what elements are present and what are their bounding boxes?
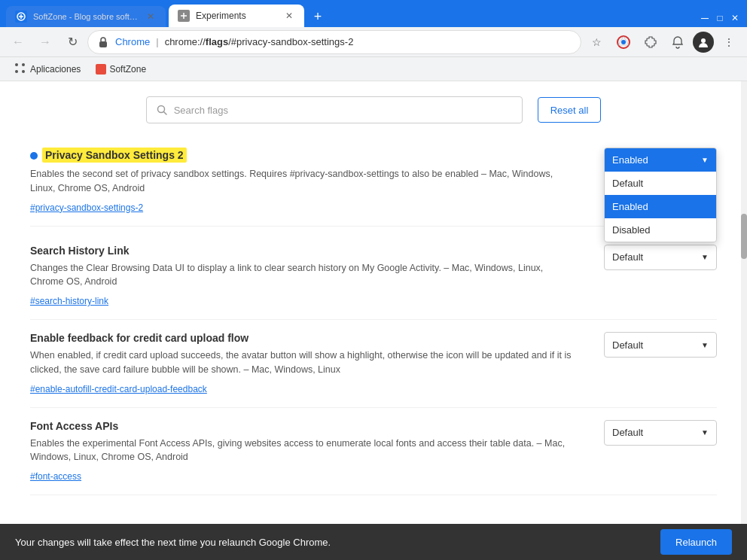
dropdown-header[interactable]: Enabled ▼: [605, 148, 716, 172]
dropdown-arrow-search-history: ▼: [701, 253, 709, 261]
dropdown-option-enabled[interactable]: Enabled: [605, 195, 716, 218]
flag-link-font-access[interactable]: #font-access: [30, 471, 81, 482]
dropdown-search-history[interactable]: Default ▼: [604, 245, 717, 270]
flag-title-text-search-history: Search History Link: [30, 245, 130, 257]
apps-bookmark[interactable]: Aplicaciones: [9, 60, 87, 78]
tab-softzone-close[interactable]: ✕: [145, 11, 157, 23]
chrome-icon[interactable]: [611, 30, 636, 54]
flag-item-font-access: Font Access APIs Enables the experimenta…: [30, 408, 717, 496]
omnibar: ← → ↻ Chrome | chrome://flags/#privacy-s…: [0, 27, 747, 57]
flag-title-privacy-sandbox: Privacy Sandbox Settings 2: [30, 148, 574, 163]
flag-desc-privacy-sandbox: Enables the second set of privacy sandbo…: [30, 167, 574, 196]
dropdown-arrow-credit-card: ▼: [701, 341, 709, 349]
page-content: Search flags Reset all Privacy Sandbox S…: [0, 81, 747, 524]
flag-enabled-dot: [30, 152, 38, 160]
address-url: chrome://flags/#privacy-sandbox-settings…: [165, 36, 354, 47]
dropdown-arrow-font-access: ▼: [701, 428, 709, 437]
flag-title-text-font-access: Font Access APIs: [30, 420, 118, 432]
tab-softzone[interactable]: SoftZone - Blog sobre software, ✕: [6, 6, 166, 27]
bottom-message: Your changes will take effect the next t…: [15, 537, 648, 548]
dropdown-open-privacy-sandbox[interactable]: Enabled ▼ Default Enabled Disabled: [604, 148, 717, 242]
softzone-label: SoftZone: [109, 64, 146, 75]
flag-item-privacy-sandbox: Privacy Sandbox Settings 2 Enables the s…: [30, 135, 717, 227]
tab-experiments[interactable]: Experiments ✕: [169, 5, 304, 27]
bottom-notification-bar: Your changes will take effect the next t…: [0, 524, 747, 560]
tab-favicon-experiments: [178, 10, 190, 22]
reset-all-button[interactable]: Reset all: [538, 97, 602, 123]
flag-control-search-history: Default ▼: [604, 245, 717, 270]
dropdown-value-credit-card: Default: [612, 339, 643, 351]
titlebar: SoftZone - Blog sobre software, ✕ Experi…: [0, 0, 747, 27]
dropdown-option-default[interactable]: Default: [605, 172, 716, 195]
flag-control-font-access: Default ▼: [604, 420, 717, 446]
dropdown-arrow-icon: ▼: [701, 156, 709, 164]
tab-experiments-label: Experiments: [196, 11, 277, 21]
minimize-button[interactable]: ─: [699, 12, 711, 24]
flag-desc-font-access: Enables the experimental Font Access API…: [30, 437, 574, 465]
forward-button[interactable]: →: [33, 30, 57, 54]
apps-label: Aplicaciones: [30, 64, 81, 75]
address-protocol: Chrome: [115, 36, 150, 47]
extensions-icon[interactable]: [639, 30, 663, 54]
softzone-favicon: [96, 64, 106, 75]
scrollbar-thumb[interactable]: [741, 214, 747, 259]
bookmarks-bar: Aplicaciones SoftZone: [0, 57, 747, 81]
dropdown-value-search-history: Default: [612, 251, 643, 263]
flag-desc-credit-card: When enabled, if credit card upload succ…: [30, 348, 574, 377]
flag-control-credit-card: Default ▼: [604, 332, 717, 358]
svg-rect-2: [99, 41, 107, 47]
flag-info-font-access: Font Access APIs Enables the experimenta…: [30, 420, 574, 483]
dropdown-current-value: Enabled: [612, 154, 648, 166]
notifications-icon[interactable]: [666, 30, 690, 54]
search-icon: [156, 104, 168, 116]
scrollbar-track: [741, 81, 747, 524]
tab-experiments-close[interactable]: ✕: [283, 10, 295, 22]
tab-favicon-softzone: [15, 11, 27, 23]
flag-link-privacy-sandbox[interactable]: #privacy-sandbox-settings-2: [30, 202, 143, 213]
avatar-button[interactable]: [693, 32, 714, 53]
dropdown-option-disabled[interactable]: Disabled: [605, 218, 716, 242]
address-bar[interactable]: Chrome | chrome://flags/#privacy-sandbox…: [87, 30, 581, 54]
dropdown-font-access[interactable]: Default ▼: [604, 420, 717, 446]
svg-point-4: [621, 40, 626, 44]
flag-item-credit-card: Enable feedback for credit card upload f…: [30, 320, 717, 408]
refresh-button[interactable]: ↻: [60, 30, 84, 54]
search-flags-box[interactable]: Search flags: [146, 96, 523, 123]
flag-title-credit-card: Enable feedback for credit card upload f…: [30, 332, 574, 344]
flag-title-search-history: Search History Link: [30, 245, 574, 257]
relaunch-button[interactable]: Relaunch: [660, 529, 732, 555]
tab-softzone-label: SoftZone - Blog sobre software,: [33, 12, 139, 21]
flag-title-text-privacy-sandbox: Privacy Sandbox Settings 2: [42, 148, 187, 163]
flags-list: Privacy Sandbox Settings 2 Enables the s…: [0, 135, 747, 510]
flag-desc-search-history: Changes the Clear Browsing Data UI to di…: [30, 261, 574, 290]
flag-link-search-history[interactable]: #search-history-link: [30, 296, 108, 306]
window-controls: ─ □ ✕: [699, 12, 741, 24]
menu-button[interactable]: ⋮: [717, 30, 741, 54]
omnibar-icons: ☆ ⋮: [584, 30, 741, 54]
close-window-button[interactable]: ✕: [729, 12, 741, 24]
back-button[interactable]: ←: [6, 30, 30, 54]
flag-info-search-history: Search History Link Changes the Clear Br…: [30, 245, 574, 308]
address-separator: |: [156, 36, 158, 47]
search-placeholder: Search flags: [174, 105, 228, 116]
flag-info-credit-card: Enable feedback for credit card upload f…: [30, 332, 574, 395]
dropdown-credit-card[interactable]: Default ▼: [604, 332, 717, 358]
flag-info-privacy-sandbox: Privacy Sandbox Settings 2 Enables the s…: [30, 148, 574, 214]
dropdown-value-font-access: Default: [612, 427, 643, 438]
lock-icon: [97, 36, 109, 48]
bookmark-button[interactable]: ☆: [584, 30, 608, 54]
new-tab-button[interactable]: +: [307, 6, 328, 27]
softzone-bookmark[interactable]: SoftZone: [90, 61, 152, 78]
maximize-button[interactable]: □: [714, 12, 726, 24]
flag-title-text-credit-card: Enable feedback for credit card upload f…: [30, 332, 248, 344]
flag-item-search-history: Search History Link Changes the Clear Br…: [30, 233, 717, 321]
flag-link-credit-card[interactable]: #enable-autofill-credit-card-upload-feed…: [30, 384, 207, 394]
svg-point-6: [701, 38, 706, 43]
svg-line-8: [163, 112, 166, 115]
apps-icon: [15, 63, 27, 75]
flag-title-font-access: Font Access APIs: [30, 420, 574, 432]
flags-header: Search flags Reset all: [0, 81, 747, 135]
